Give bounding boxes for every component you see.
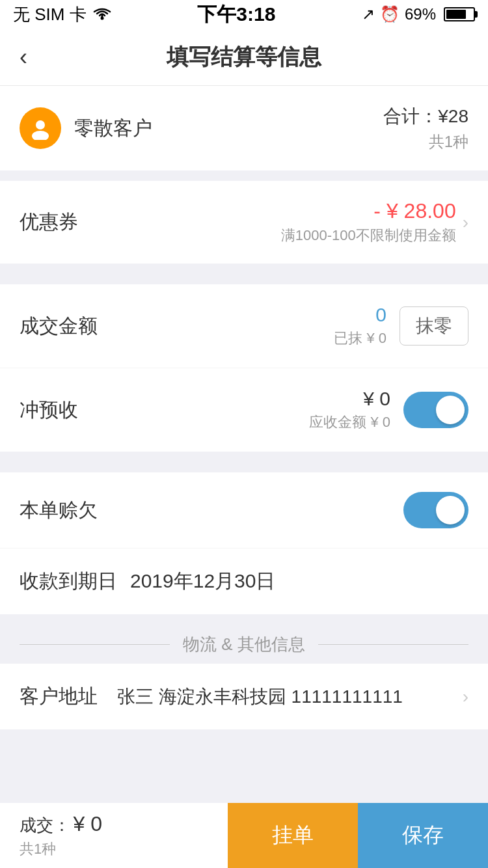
credit-row: 本单赊欠: [0, 472, 488, 548]
address-label: 客户地址: [20, 683, 98, 710]
coupon-label: 优惠券: [20, 209, 78, 236]
logistics-label: 物流 & 其他信息: [170, 633, 318, 656]
section-divider-2: [0, 462, 488, 472]
coupon-info: - ¥ 28.00 满1000-100不限制使用金额: [281, 199, 456, 245]
coupon-card[interactable]: 优惠券 - ¥ 28.00 满1000-100不限制使用金额 ›: [0, 181, 488, 264]
chevron-right-icon: ›: [463, 212, 468, 233]
customer-left: 零散客户: [20, 107, 152, 149]
section-divider-1: [0, 274, 488, 284]
deal-amount-label: 成交金额: [20, 313, 98, 340]
footer-deal-row: 成交： ¥ 0: [20, 812, 208, 837]
due-date-row: 收款到期日 2019年12月30日: [0, 548, 488, 614]
credit-label: 本单赊欠: [20, 497, 98, 524]
prepayment-values: ¥ 0 应收金额 ¥ 0: [309, 388, 390, 432]
hang-button[interactable]: 挂单: [228, 803, 358, 868]
battery-percent: 69%: [405, 5, 436, 23]
svg-point-2: [32, 131, 49, 140]
deal-amount-right: 0 已抹 ¥ 0 抹零: [334, 304, 468, 348]
footer-count: 共1种: [20, 839, 208, 859]
customer-total: 合计：¥28: [383, 104, 468, 129]
alarm-icon: ⏰: [380, 5, 400, 23]
status-time: 下午3:18: [197, 1, 275, 28]
deal-amount-value-group: 0 已抹 ¥ 0: [334, 304, 386, 348]
due-date-label: 收款到期日: [20, 568, 117, 595]
wifi-icon: [93, 5, 111, 25]
battery-icon: [444, 7, 475, 21]
svg-point-1: [36, 120, 45, 129]
customer-right: 合计：¥28 共1种: [383, 104, 468, 152]
prepayment-label: 冲预收: [20, 397, 78, 424]
logistics-divider: 物流 & 其他信息: [0, 625, 488, 664]
footer: 成交： ¥ 0 共1种 挂单 保存: [0, 803, 488, 868]
customer-count: 共1种: [383, 131, 468, 152]
customer-card: 零散客户 合计：¥28 共1种: [0, 86, 488, 170]
prepayment-value: ¥ 0: [309, 388, 390, 410]
nav-bar: ‹ 填写结算等信息: [0, 29, 488, 86]
customer-name: 零散客户: [74, 115, 152, 142]
footer-left: 成交： ¥ 0 共1种: [0, 812, 228, 859]
address-card[interactable]: 客户地址 张三 海淀永丰科技园 11111111111 ›: [0, 664, 488, 729]
coupon-description: 满1000-100不限制使用金额: [281, 226, 456, 245]
save-button[interactable]: 保存: [358, 803, 488, 868]
deal-prepay-card: 成交金额 0 已抹 ¥ 0 抹零 冲预收 ¥ 0 应收金额 ¥ 0: [0, 284, 488, 452]
prepayment-row: 冲预收 ¥ 0 应收金额 ¥ 0: [0, 368, 488, 452]
due-date-value: 2019年12月30日: [130, 568, 275, 595]
status-left: 无 SIM 卡: [13, 3, 111, 26]
status-right: ↗ ⏰ 69%: [362, 5, 475, 23]
content-area: 零散客户 合计：¥28 共1种 优惠券 - ¥ 28.00 满1000-100不…: [0, 86, 488, 868]
address-value: 张三 海淀永丰科技园 11111111111: [117, 685, 463, 709]
coupon-right: - ¥ 28.00 满1000-100不限制使用金额 ›: [281, 199, 468, 245]
svg-point-0: [100, 16, 103, 20]
footer-deal-value: ¥ 0: [73, 812, 102, 835]
prepayment-right: ¥ 0 应收金额 ¥ 0: [309, 388, 468, 432]
footer-deal-label: 成交：: [20, 815, 70, 835]
coupon-discount: - ¥ 28.00: [281, 199, 456, 223]
credit-card: 本单赊欠 收款到期日 2019年12月30日: [0, 472, 488, 614]
deal-amount-sub: 已抹 ¥ 0: [334, 329, 386, 348]
avatar: [20, 107, 61, 149]
location-icon: ↗: [362, 5, 375, 23]
back-button[interactable]: ‹: [20, 44, 59, 71]
prepayment-toggle[interactable]: [403, 392, 468, 428]
credit-toggle[interactable]: [403, 492, 468, 528]
address-row: 客户地址 张三 海淀永丰科技园 11111111111 ›: [0, 664, 488, 729]
status-bar: 无 SIM 卡 下午3:18 ↗ ⏰ 69%: [0, 0, 488, 29]
deal-amount-value: 0: [334, 304, 386, 326]
round-off-button[interactable]: 抹零: [400, 306, 468, 346]
prepayment-sub: 应收金额 ¥ 0: [309, 413, 390, 432]
deal-amount-row: 成交金额 0 已抹 ¥ 0 抹零: [0, 284, 488, 368]
no-sim-text: 无 SIM 卡: [13, 3, 87, 26]
page-title: 填写结算等信息: [59, 42, 429, 72]
address-chevron-icon: ›: [463, 686, 468, 707]
